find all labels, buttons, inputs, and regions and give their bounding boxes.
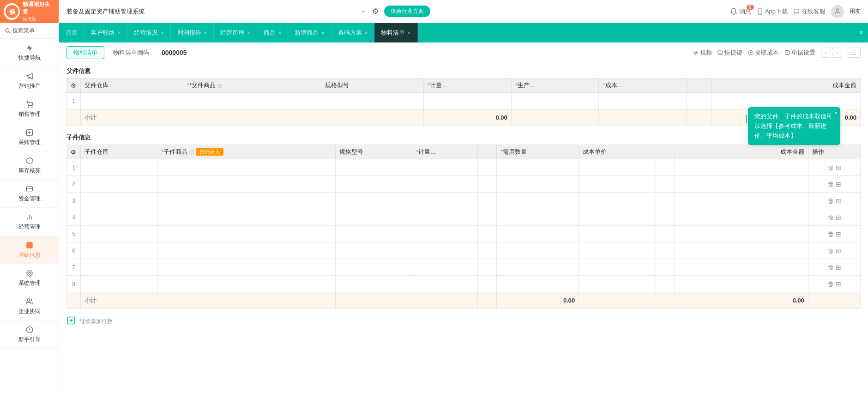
delete-icon[interactable]: 🗑 xyxy=(827,230,834,238)
delete-icon[interactable]: 🗑 xyxy=(827,181,834,188)
copy-icon[interactable]: ⊞ xyxy=(836,264,841,271)
child-col-settings[interactable]: ⚙ xyxy=(67,145,81,159)
child-extra-cell[interactable] xyxy=(477,259,496,276)
copy-icon[interactable]: ⊞ xyxy=(836,247,841,254)
child-warehouse-cell[interactable] xyxy=(81,259,157,276)
child-product-cell[interactable] xyxy=(157,193,336,209)
child-unit-price-cell[interactable] xyxy=(579,242,656,259)
copy-icon[interactable]: ⊞ xyxy=(836,230,841,238)
copy-icon[interactable]: ⊞ xyxy=(836,164,841,171)
sidebar-item-inventory[interactable]: 库存核算 xyxy=(0,151,59,180)
sidebar-item-guide[interactable]: 新手引导 xyxy=(0,320,59,349)
sidebar-item-finance[interactable]: 资金管理 xyxy=(0,180,59,208)
parent-spec-cell[interactable] xyxy=(321,93,423,109)
child-extra-cell[interactable] xyxy=(477,226,496,242)
child-warehouse-cell[interactable] xyxy=(81,176,157,193)
sidebar-item-sales[interactable]: 销售管理 xyxy=(0,95,59,123)
menu-btn[interactable]: ☰ xyxy=(848,48,861,58)
prev-arrow[interactable]: ‹ xyxy=(821,48,831,58)
scan-btn[interactable]: 扫码录入 xyxy=(196,148,223,156)
child-warehouse-cell[interactable] xyxy=(81,159,157,176)
copy-icon[interactable]: ⊞ xyxy=(836,181,841,188)
child-warehouse-cell[interactable] xyxy=(81,193,157,209)
child-extra-cell[interactable] xyxy=(477,276,496,292)
child-product-cell[interactable] xyxy=(157,259,336,276)
tab-customers[interactable]: 客户联络 × xyxy=(84,23,127,42)
tab-products-close[interactable]: × xyxy=(278,30,281,36)
parent-product-cell[interactable] xyxy=(183,93,321,109)
child-extra2-cell[interactable] xyxy=(656,193,675,209)
delete-icon[interactable]: 🗑 xyxy=(827,197,834,205)
delete-icon[interactable]: 🗑 xyxy=(827,164,834,171)
dropdown-icon[interactable] xyxy=(360,8,367,15)
sidebar-item-marketing[interactable]: 营销推广 xyxy=(0,67,59,95)
child-unit-cell[interactable] xyxy=(412,242,478,259)
child-qty-cell[interactable] xyxy=(496,242,579,259)
child-unit-price-cell[interactable] xyxy=(579,193,656,209)
child-unit-cell[interactable] xyxy=(412,176,478,193)
child-spec-cell[interactable] xyxy=(335,259,412,276)
child-spec-cell[interactable] xyxy=(335,226,412,242)
delete-icon[interactable]: 🗑 xyxy=(827,264,834,271)
experience-button[interactable]: 体验行业方案 xyxy=(384,6,430,17)
child-unit-price-cell[interactable] xyxy=(579,176,656,193)
child-extra2-cell[interactable] xyxy=(656,226,675,242)
child-extra2-cell[interactable] xyxy=(656,159,675,176)
parent-production-cell[interactable] xyxy=(511,93,599,109)
sidebar-item-system[interactable]: 系统管理 xyxy=(0,264,59,292)
child-extra2-cell[interactable] xyxy=(656,276,675,292)
parent-col-settings[interactable]: ⚙ xyxy=(67,79,81,93)
tab-history[interactable]: 经营历程 × xyxy=(214,23,257,42)
child-qty-cell[interactable] xyxy=(496,209,579,226)
view-action[interactable]: 视频 xyxy=(693,48,712,57)
child-extra2-cell[interactable] xyxy=(656,209,675,226)
child-spec-cell[interactable] xyxy=(335,209,412,226)
child-qty-cell[interactable] xyxy=(496,159,579,176)
notification-btn[interactable]: 消息 6 xyxy=(730,7,751,16)
tab-bom-close[interactable]: × xyxy=(408,30,410,36)
child-extra-cell[interactable] xyxy=(477,159,496,176)
delete-icon[interactable]: 🗑 xyxy=(827,280,834,288)
sidebar-item-basic-info[interactable]: 基础信息 xyxy=(0,236,59,264)
child-extra-cell[interactable] xyxy=(477,193,496,209)
tab-home[interactable]: 首页 xyxy=(59,23,84,42)
shortcut-action[interactable]: 快捷键 xyxy=(717,48,742,57)
tab-profit-close[interactable]: × xyxy=(204,30,207,36)
tab-new-product-close[interactable]: × xyxy=(321,30,324,36)
sidebar-item-operations[interactable]: 经营管理 xyxy=(0,208,59,236)
child-extra2-cell[interactable] xyxy=(656,176,675,193)
copy-icon[interactable]: ⊞ xyxy=(836,197,841,205)
child-product-cell[interactable] xyxy=(157,176,336,193)
child-extra-cell[interactable] xyxy=(477,209,496,226)
close-all-tabs[interactable]: × xyxy=(855,29,868,37)
app-download-btn[interactable]: App下载 xyxy=(757,7,788,16)
tab-history-close[interactable]: × xyxy=(247,30,250,36)
tab-profit[interactable]: 利润报告 × xyxy=(171,23,214,42)
child-spec-cell[interactable] xyxy=(335,176,412,193)
child-unit-price-cell[interactable] xyxy=(579,209,656,226)
child-unit-cell[interactable] xyxy=(412,193,478,209)
tab-barcode-close[interactable]: × xyxy=(365,30,368,36)
tab-operations-close[interactable]: × xyxy=(161,30,163,36)
child-warehouse-cell[interactable] xyxy=(81,209,157,226)
child-spec-cell[interactable] xyxy=(335,159,412,176)
cost-action[interactable]: 提取成本 xyxy=(748,48,779,57)
child-unit-cell[interactable] xyxy=(412,276,478,292)
child-qty-cell[interactable] xyxy=(496,226,579,242)
parent-extra-cell[interactable] xyxy=(687,93,712,109)
child-unit-cell[interactable] xyxy=(412,159,478,176)
child-unit-price-cell[interactable] xyxy=(579,259,656,276)
tab-customers-close[interactable]: × xyxy=(118,30,121,36)
sub-tab-bom-code[interactable]: 物料清单编码 xyxy=(106,46,156,59)
next-arrow[interactable]: › xyxy=(832,48,842,58)
child-qty-cell[interactable] xyxy=(496,276,579,292)
delete-icon[interactable]: 🗑 xyxy=(827,214,834,221)
settings-icon[interactable]: ⚙ xyxy=(372,7,379,16)
child-warehouse-cell[interactable] xyxy=(81,226,157,242)
child-extra-cell[interactable] xyxy=(477,176,496,193)
settings-action[interactable]: 单据设置 xyxy=(784,48,815,57)
child-unit-cell[interactable] xyxy=(412,259,478,276)
child-extra2-cell[interactable] xyxy=(656,259,675,276)
tab-new-product[interactable]: 新增商品 × xyxy=(288,23,331,42)
parent-unit-cell[interactable] xyxy=(424,93,512,109)
